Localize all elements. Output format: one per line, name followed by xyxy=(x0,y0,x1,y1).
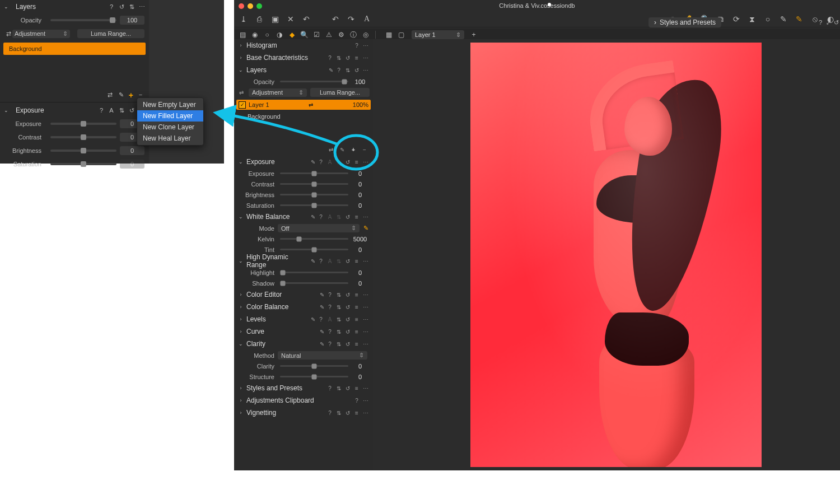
brightness-slider[interactable] xyxy=(50,150,116,152)
list-icon[interactable]: ≡ xyxy=(353,257,361,265)
reset-icon[interactable]: ↺ xyxy=(344,315,352,323)
capture-icon[interactable]: ⎙ xyxy=(254,15,264,24)
levels-header[interactable]: ›Levels✎?A⇅↺≡⋯ xyxy=(234,313,373,325)
layers-header[interactable]: ⌄ Layers ✎ ?⇅↺⋯ xyxy=(234,64,373,76)
brightness-value[interactable]: 0 xyxy=(351,192,370,198)
opacity-value[interactable]: 100 xyxy=(351,78,370,85)
swap-icon[interactable]: ⇄ xyxy=(106,91,114,99)
clarity-value[interactable]: 0 xyxy=(351,363,370,370)
list-icon[interactable]: ≡ xyxy=(353,340,361,348)
help-icon[interactable]: ? xyxy=(317,158,325,166)
undo-icon[interactable]: ↶ xyxy=(301,15,311,24)
color-editor-header[interactable]: ›Color Editor✎?⇅↺≡⋯ xyxy=(234,288,373,301)
menu-new-empty-layer[interactable]: New Empty Layer xyxy=(137,99,203,110)
exposure-slider[interactable] xyxy=(50,123,116,125)
adjustment-select[interactable]: Adjustment ⇕ xyxy=(12,30,70,38)
list-icon[interactable]: ≡ xyxy=(353,213,361,221)
saturation-slider[interactable] xyxy=(280,204,348,206)
wb-header[interactable]: ⌄ White Balance ✎ ?A⇅↺≡⋯ xyxy=(234,211,373,223)
menu-icon[interactable]: ⋯ xyxy=(362,340,370,348)
reset-icon[interactable]: ↺ xyxy=(344,54,352,62)
opacity-slider[interactable] xyxy=(50,19,116,21)
help-icon[interactable]: ? xyxy=(326,340,334,348)
help-icon[interactable]: ? xyxy=(326,291,334,298)
copy-icon[interactable]: ⇅ xyxy=(335,384,343,392)
opacity-slider[interactable] xyxy=(280,81,348,82)
histogram-header[interactable]: › Histogram ?⋯ xyxy=(234,39,373,52)
help-icon[interactable]: ? xyxy=(317,315,325,323)
copy-icon[interactable]: ⇅ xyxy=(335,409,343,417)
copy-icon[interactable]: ⇅ xyxy=(118,106,125,114)
contrast-slider[interactable] xyxy=(280,183,348,185)
image-viewport[interactable] xyxy=(373,39,840,470)
expand-icon[interactable]: ⤢ xyxy=(824,18,832,26)
structure-slider[interactable] xyxy=(280,376,348,377)
menu-icon[interactable]: ⋯ xyxy=(362,291,370,298)
styles-presets-header[interactable]: ›Styles and Presets?⇅↺≡⋯ xyxy=(234,382,373,394)
color-balance-header[interactable]: ›Color Balance✎?⇅↺≡⋯ xyxy=(234,301,373,313)
redo-icon[interactable]: ↷ xyxy=(346,15,356,24)
vignetting-header[interactable]: ›Vignetting?⇅↺≡⋯ xyxy=(234,407,373,419)
menu-icon[interactable]: ⋯ xyxy=(362,328,370,335)
help-icon[interactable]: ? xyxy=(353,396,361,404)
help-icon[interactable]: ? xyxy=(326,303,334,311)
undo2-icon[interactable]: ↶ xyxy=(330,15,340,24)
help-icon[interactable]: ? xyxy=(326,409,334,417)
mask-icon[interactable]: ⇄ xyxy=(307,101,315,109)
list-icon[interactable]: ≡ xyxy=(353,303,361,311)
reset-icon[interactable]: ↺ xyxy=(344,303,352,311)
metadata-tab-icon[interactable]: ☑ xyxy=(311,30,321,40)
layer-visible-checkbox[interactable]: ✓ xyxy=(239,101,246,109)
clarity-header[interactable]: ⌄Clarity✎?⇅↺≡⋯ xyxy=(234,338,373,350)
tint-slider[interactable] xyxy=(280,249,348,250)
clarity-slider[interactable] xyxy=(280,365,348,367)
pencil-icon[interactable]: ✎ xyxy=(309,158,317,166)
pencil-icon[interactable]: ✎ xyxy=(318,340,326,348)
contrast-slider[interactable] xyxy=(50,136,116,138)
exposure-value[interactable]: 0 xyxy=(351,170,370,177)
list-icon[interactable]: ≡ xyxy=(353,409,361,417)
menu-icon[interactable]: ⋯ xyxy=(362,41,370,49)
reset-icon[interactable]: ↺ xyxy=(344,158,352,166)
copy-icon[interactable]: ⇅ xyxy=(335,257,343,265)
highlight-value[interactable]: 0 xyxy=(351,269,370,276)
help-icon[interactable]: ? xyxy=(326,384,334,392)
copy-icon[interactable]: ⇅ xyxy=(335,328,343,335)
pencil-icon[interactable]: ✎ xyxy=(309,257,317,265)
reset-icon[interactable]: ↺ xyxy=(344,257,352,265)
reset-icon[interactable]: ↺ xyxy=(344,340,352,348)
help-icon[interactable]: ? xyxy=(326,328,334,335)
single-view-icon[interactable]: ▢ xyxy=(396,30,406,40)
brush-icon[interactable]: ✎ xyxy=(338,146,346,153)
menu-new-clone-layer[interactable]: New Clone Layer xyxy=(137,122,203,133)
menu-icon[interactable]: ⋯ xyxy=(362,303,370,311)
luma-range-button[interactable]: Luma Range... xyxy=(310,88,370,97)
reset-icon[interactable]: ↺ xyxy=(344,409,352,417)
copy-icon[interactable]: ⇅ xyxy=(335,303,343,311)
menu-icon[interactable]: ⋯ xyxy=(362,54,370,62)
gear-tab-icon[interactable]: ⚙ xyxy=(336,30,346,40)
menu-icon[interactable]: ⋯ xyxy=(362,66,370,74)
help-icon[interactable]: ? xyxy=(317,213,325,221)
list-icon[interactable]: ≡ xyxy=(353,315,361,323)
brush-icon[interactable]: ✎ xyxy=(118,91,125,99)
help-icon[interactable]: ? xyxy=(326,54,334,62)
copy-icon[interactable]: ⇅ xyxy=(128,3,136,11)
lens-tab-icon[interactable]: ○ xyxy=(262,30,272,40)
structure-value[interactable]: 0 xyxy=(351,374,370,380)
adj-clipboard-header[interactable]: ›Adjustments Clipboard?⋯ xyxy=(234,394,373,407)
pencil-icon[interactable]: ✎ xyxy=(318,328,326,335)
shadow-value[interactable]: 0 xyxy=(351,280,370,287)
copy-icon[interactable]: ⇅ xyxy=(335,158,343,166)
tint-value[interactable]: 0 xyxy=(351,246,370,253)
highlight-slider[interactable] xyxy=(280,272,348,273)
menu-icon[interactable]: ⋯ xyxy=(362,409,370,417)
reset-icon[interactable]: ↺ xyxy=(344,291,352,298)
menu-icon[interactable]: ⋯ xyxy=(362,315,370,323)
copy-icon[interactable]: ⇅ xyxy=(335,315,343,323)
adjustment-select[interactable]: Adjustment⇕ xyxy=(249,88,307,97)
help-icon[interactable]: ? xyxy=(108,3,115,11)
help-icon[interactable]: ? xyxy=(317,257,325,265)
copy-icon[interactable]: ⇅ xyxy=(335,291,343,298)
reset-icon[interactable]: ↺ xyxy=(344,213,352,221)
